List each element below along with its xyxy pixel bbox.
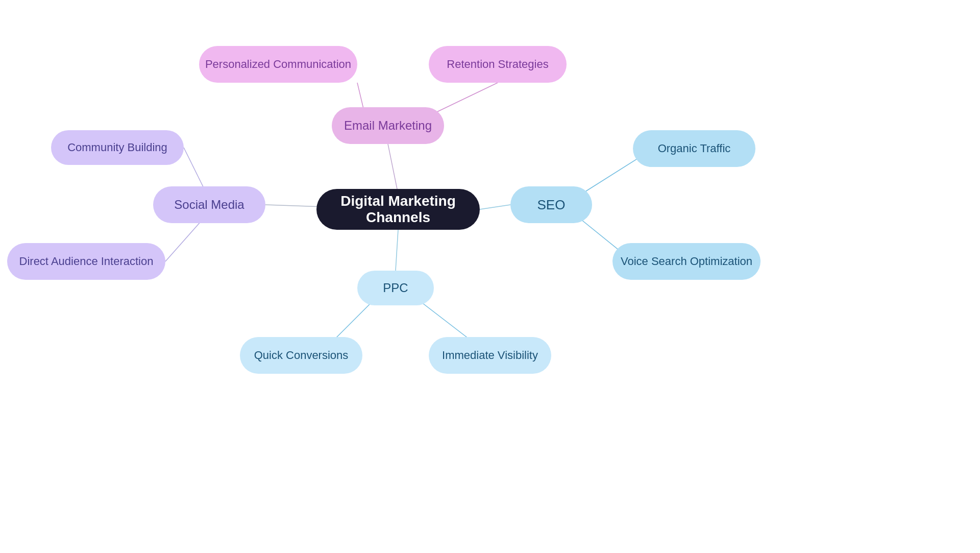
- center-node: Digital Marketing Channels: [316, 189, 480, 230]
- retention-strategies-node: Retention Strategies: [429, 46, 567, 83]
- svg-line-1: [388, 144, 398, 194]
- personalized-communication-node: Personalized Communication: [199, 46, 357, 83]
- svg-line-3: [396, 230, 398, 271]
- community-building-node: Community Building: [51, 130, 184, 165]
- immediate-visibility-node: Immediate Visibility: [429, 337, 551, 374]
- seo-node: SEO: [510, 186, 592, 223]
- quick-conversions-node: Quick Conversions: [240, 337, 362, 374]
- voice-search-node: Voice Search Optimization: [612, 243, 761, 280]
- direct-audience-node: Direct Audience Interaction: [7, 243, 165, 280]
- email-marketing-node: Email Marketing: [332, 107, 444, 144]
- ppc-node: PPC: [357, 271, 434, 305]
- svg-line-2: [480, 205, 510, 209]
- social-media-node: Social Media: [153, 186, 265, 223]
- organic-traffic-node: Organic Traffic: [633, 130, 755, 167]
